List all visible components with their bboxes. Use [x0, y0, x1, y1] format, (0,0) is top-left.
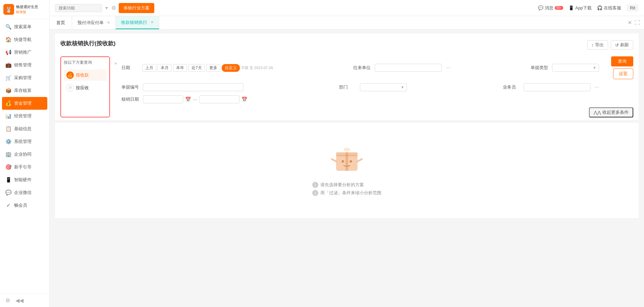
- page-header: 收款核销执行(按收款) ↑ 导出 ↺ 刷新: [55, 34, 639, 52]
- sidebar-item-label: 企业微信: [14, 190, 32, 196]
- search-chevron-icon[interactable]: ▼: [105, 6, 109, 10]
- tab-close-all-icon[interactable]: ✕: [628, 19, 632, 26]
- export-btn[interactable]: ↑ 导出: [587, 40, 608, 50]
- doc-type-select[interactable]: [552, 64, 599, 72]
- query-btn[interactable]: 查询: [611, 56, 633, 66]
- enterprise-icon: 🏢: [5, 151, 11, 157]
- tab-receipts-label: 收款核销执行: [121, 19, 147, 25]
- app-download-icon: 📱: [569, 5, 574, 10]
- date-btn-custom[interactable]: 自定义: [222, 64, 240, 72]
- search-input[interactable]: [55, 4, 102, 12]
- filter-by-receivable[interactable]: ⏱ 按应收: [64, 82, 107, 94]
- sidebar-item-quick-nav[interactable]: 🏠快捷导航: [0, 33, 49, 46]
- sidebar-item-sales[interactable]: 💼销售管理: [0, 59, 49, 71]
- salesperson-input[interactable]: [524, 83, 591, 91]
- filter-area: 按以下方案查询 💰 按收款 ⏱ 按应收 » 日期: [55, 52, 639, 120]
- empty-state: 1 请先选择要分析的方案 2 用「过滤」条件来缩小分析范围: [55, 123, 639, 218]
- verify-date-start-input[interactable]: 2023-03-01: [143, 95, 183, 103]
- sidebar-item-label: 资金管理: [14, 100, 32, 106]
- settings-icon[interactable]: ⚙: [5, 297, 10, 304]
- filter-collapse-btn[interactable]: »: [113, 56, 119, 70]
- sidebar-item-smart-hw[interactable]: 📱智能硬件: [0, 173, 49, 186]
- tab-receipts-close-icon[interactable]: ✕: [151, 20, 154, 24]
- counterparty-label: 往来单位: [353, 65, 371, 71]
- purchase-icon: 🛒: [5, 75, 11, 81]
- member-icon: ✓: [5, 202, 11, 208]
- date-btn-this-year[interactable]: 本年: [173, 64, 187, 72]
- counterparty-input[interactable]: [375, 64, 442, 72]
- sidebar-item-purchase[interactable]: 🛒采购管理: [0, 71, 49, 84]
- tab-home[interactable]: 首页: [50, 16, 72, 29]
- sidebar-item-wechat[interactable]: 💬企业微信: [0, 186, 49, 199]
- date-btn-this-month[interactable]: 本月: [158, 64, 172, 72]
- empty-hints: 1 请先选择要分析的方案 2 用「过滤」条件来缩小分析范围: [312, 182, 381, 198]
- filter-by-receipt[interactable]: 💰 按收款: [64, 69, 107, 81]
- refresh-btn[interactable]: ↺ 刷新: [611, 40, 633, 50]
- verify-date-label: 核销日期: [121, 96, 139, 102]
- settings-btn[interactable]: 设置: [613, 68, 633, 79]
- app-download-btn[interactable]: 📱 App下载: [569, 5, 592, 11]
- sidebar-item-finance[interactable]: 💰资金管理: [2, 97, 47, 110]
- sales-icon: 💼: [5, 62, 11, 68]
- verify-date-range: 2023-03-01 📅 — 2023-07-21 📅: [143, 95, 247, 103]
- sidebar-item-enterprise[interactable]: 🏢企业协同: [0, 148, 49, 161]
- date-label: 日期: [121, 65, 138, 71]
- tab-receipts[interactable]: 收款核销执行 ✕: [116, 16, 159, 29]
- tab-prepay-close-icon[interactable]: ✕: [107, 20, 110, 25]
- sidebar-item-guide[interactable]: 🎯新手引导: [0, 161, 49, 173]
- salesperson-more-icon[interactable]: ···: [595, 84, 599, 90]
- department-select-wrapper: ▼: [360, 83, 407, 91]
- quick-nav-icon: 🏠: [5, 37, 11, 43]
- date-btn-more[interactable]: 更多: [206, 64, 220, 72]
- tabbar: 首页 预付冲应付单 ✕ 收款核销执行 ✕ ✕ ⛶: [50, 16, 644, 30]
- date-btn-7days[interactable]: 近7天: [189, 64, 205, 72]
- filter-receipt-label: 按收款: [76, 72, 89, 78]
- verify-date-end-input[interactable]: 2023-07-21: [199, 95, 239, 103]
- sidebar-item-business[interactable]: 📊经营管理: [0, 110, 49, 122]
- sidebar-item-label: 库存核算: [14, 88, 32, 94]
- filter-row-3: 核销日期 2023-03-01 📅 — 2023-07-21 📅: [121, 95, 633, 103]
- sidebar-item-inventory[interactable]: 📦库存核算: [0, 84, 49, 97]
- doc-number-label: 单据编号: [121, 84, 139, 90]
- department-select[interactable]: [360, 83, 407, 91]
- collapse-sidebar-icon[interactable]: ◀◀: [15, 297, 23, 304]
- doc-number-input[interactable]: [143, 83, 244, 91]
- filter-row-2: 单据编号 部门 ▼ 业务员 ···: [121, 83, 633, 91]
- message-badge: 99+: [555, 6, 563, 10]
- empty-hint-2: 2 用「过滤」条件来缩小分析范围: [312, 190, 381, 196]
- verify-date-end-cal-icon[interactable]: 📅: [241, 97, 247, 102]
- sidebar-bottom: ⚙ ◀◀: [0, 294, 49, 307]
- salesperson-label: 业务员: [503, 84, 520, 90]
- page-title: 收款核销执行(按收款): [60, 40, 115, 51]
- sidebar-item-label: 企业协同: [14, 151, 32, 157]
- collapse-more-btn[interactable]: ⋀⋀ 收起更多条件: [589, 107, 633, 117]
- message-btn[interactable]: 💬 消息 99+: [538, 5, 563, 11]
- counterparty-more-icon[interactable]: ···: [446, 65, 450, 71]
- sidebar-item-label: 畅会员: [14, 202, 27, 208]
- page-toolbar: ↑ 导出 ↺ 刷新: [587, 38, 634, 52]
- user-name[interactable]: Rit: [627, 4, 639, 11]
- online-service-btn[interactable]: 🎧 在线客服: [597, 5, 621, 11]
- date-separator: —: [193, 97, 197, 102]
- topbar-right: 💬 消息 99+ 📱 App下载 🎧 在线客服 Rit: [538, 4, 639, 11]
- tab-prepay[interactable]: 预付冲应付单 ✕: [72, 16, 116, 29]
- search-icon: 🔍: [5, 24, 11, 30]
- sidebar-item-label: 营销推广: [14, 49, 32, 55]
- topbar-gear-icon[interactable]: ⚙: [111, 5, 116, 11]
- tab-expand-icon[interactable]: ⛶: [635, 20, 640, 26]
- inventory-icon: 📦: [5, 88, 11, 94]
- page-content: 收款核销执行(按收款) ↑ 导出 ↺ 刷新 按以下方案查询: [50, 30, 644, 307]
- sidebar-item-member[interactable]: ✓畅会员: [0, 199, 49, 212]
- svg-line-5: [332, 159, 336, 161]
- svg-point-3: [342, 160, 344, 163]
- empty-hint-1: 1 请先选择要分析的方案: [312, 182, 381, 188]
- sidebar-item-search[interactable]: 🔍搜索菜单: [0, 20, 49, 33]
- industry-btn[interactable]: 体验行业方案: [119, 3, 154, 13]
- date-btn-last-month[interactable]: 上月: [142, 64, 156, 72]
- sidebar-item-marketing[interactable]: 📢营销推广: [0, 46, 49, 59]
- sidebar-item-system[interactable]: ⚙️系统管理: [0, 135, 49, 148]
- verify-date-start-cal-icon[interactable]: 📅: [185, 97, 191, 102]
- sidebar-item-label: 新手引导: [14, 164, 32, 170]
- hint-text-2: 用「过滤」条件来缩小分析范围: [320, 190, 381, 196]
- sidebar-item-basic-info[interactable]: 📋基础信息: [0, 122, 49, 135]
